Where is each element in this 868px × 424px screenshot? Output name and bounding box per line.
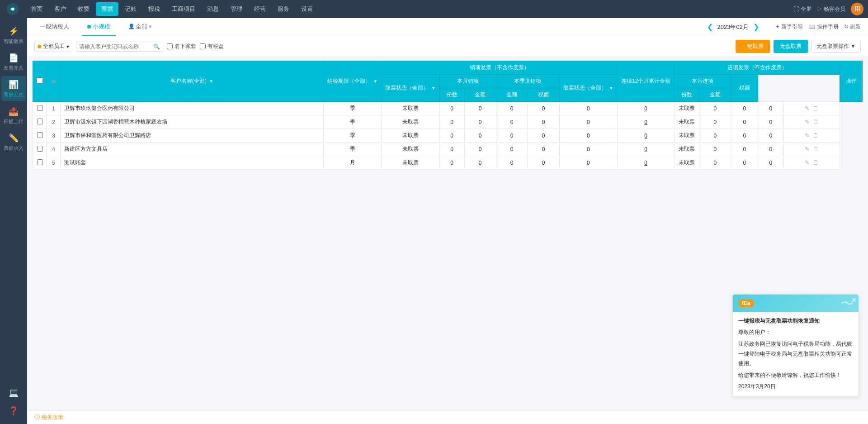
row-customer-name[interactable]: 测试账套 bbox=[61, 156, 324, 170]
row-s12m[interactable]: 0 bbox=[617, 102, 674, 115]
tax-policy-link[interactable]: ⓘ 税务政策 bbox=[34, 414, 63, 421]
sales-status-filter-icon[interactable]: ▼ bbox=[431, 86, 436, 91]
nav-billing[interactable]: 收费 bbox=[72, 2, 95, 16]
refresh-button[interactable]: ↻ 刷新 bbox=[844, 23, 861, 31]
edit-icon[interactable]: ✎ bbox=[805, 105, 810, 112]
nav-invoice[interactable]: 票据 bbox=[96, 2, 118, 16]
row-sm-amount: 0 bbox=[464, 102, 496, 115]
tutorial-link[interactable]: ✦ 新手引导 bbox=[775, 23, 803, 31]
row-customer-name[interactable]: 新建区方方文具店 bbox=[61, 143, 324, 156]
row-im-amount: 0 bbox=[731, 143, 758, 156]
table-row: 5 测试账套 月 未取票 0 0 0 0 0 0 未取票 0 0 0 ✎ 🗒 bbox=[33, 156, 863, 170]
sidebar-item-smart-ticket[interactable]: ⚡ 智能取票 bbox=[1, 23, 26, 48]
customer-filter-icon[interactable]: ▼ bbox=[209, 79, 213, 84]
detail-icon[interactable]: 🗒 bbox=[813, 146, 819, 152]
employee-select[interactable]: 全部员工 ▾ bbox=[34, 41, 72, 52]
row-input-status: 未取票 bbox=[675, 102, 699, 115]
app-logo bbox=[5, 1, 21, 17]
detail-icon[interactable]: 🗒 bbox=[813, 159, 819, 166]
nav-operation[interactable]: 经营 bbox=[249, 2, 271, 16]
one-click-ticket-button[interactable]: 一键取票 bbox=[736, 40, 770, 53]
nav-business[interactable]: 工商项目 bbox=[166, 2, 201, 16]
row-input-status: 未取票 bbox=[675, 156, 699, 170]
header-right-actions: ✦ 新手引导 📖 操作手册 ↻ 刷新 bbox=[775, 23, 861, 31]
row-s12m[interactable]: 0 bbox=[617, 115, 674, 129]
row-sq-tax: 0 bbox=[559, 143, 617, 156]
search-icon[interactable]: 🔍 bbox=[153, 43, 160, 50]
detail-icon[interactable]: 🗒 bbox=[813, 119, 819, 125]
row-period: 季 bbox=[324, 143, 382, 156]
th-sq-amount: 金额 bbox=[496, 88, 528, 102]
row-s12m[interactable]: 0 bbox=[617, 156, 674, 170]
sidebar-item-help[interactable]: ❓ bbox=[1, 402, 26, 419]
filter-has-tax-disk-checkbox[interactable] bbox=[200, 43, 206, 49]
nav-customer[interactable]: 客户 bbox=[49, 2, 71, 16]
row-s12m[interactable]: 0 bbox=[617, 129, 674, 143]
member-button[interactable]: ▷ 畅客会员 bbox=[817, 5, 845, 13]
edit-icon[interactable]: ✎ bbox=[805, 146, 810, 152]
sidebar-item-ticket-entry[interactable]: ✏️ 票据录入 bbox=[1, 129, 26, 154]
tab-general-taxpayer[interactable]: 一般纳税人 bbox=[34, 18, 75, 36]
next-month-button[interactable]: ❯ bbox=[753, 23, 759, 31]
row-checkbox[interactable] bbox=[33, 156, 47, 170]
nav-accounting[interactable]: 记账 bbox=[119, 2, 142, 16]
row-input-status: 未取票 bbox=[675, 143, 699, 156]
filter-my-accounts[interactable]: 名下账套 bbox=[167, 43, 196, 50]
filter-my-accounts-checkbox[interactable] bbox=[167, 43, 173, 49]
nav-tax[interactable]: 报税 bbox=[143, 2, 165, 16]
prev-month-button[interactable]: ❮ bbox=[707, 23, 713, 31]
row-im-amount: 0 bbox=[731, 115, 758, 129]
row-checkbox[interactable] bbox=[33, 143, 47, 156]
nav-manage[interactable]: 管理 bbox=[225, 2, 248, 16]
tab-small-scale[interactable]: 小规模 bbox=[82, 18, 116, 36]
row-im-tax: 0 bbox=[758, 143, 783, 156]
period-filter-icon[interactable]: ▼ bbox=[373, 79, 378, 84]
fullscreen-button[interactable]: ⛶ 全屏 bbox=[793, 5, 811, 13]
input-status-filter-icon[interactable]: ▼ bbox=[609, 86, 613, 91]
row-number: 2 bbox=[47, 115, 61, 129]
filter-has-tax-disk[interactable]: 有税盘 bbox=[200, 43, 224, 50]
row-customer-name[interactable]: 卫辉市玖玖健合医药有限公司 bbox=[61, 102, 324, 115]
scan-icon: 📤 bbox=[9, 106, 19, 116]
tab-all-able[interactable]: 👤 全能 ▾ bbox=[123, 18, 157, 36]
sidebar-item-download[interactable]: 💻 bbox=[1, 384, 26, 400]
row-customer-name[interactable]: 卫辉市保和堂医药有限公司卫辉路店 bbox=[61, 129, 324, 143]
edit-icon[interactable]: ✎ bbox=[805, 132, 810, 139]
th-sm-count: 份数 bbox=[439, 88, 464, 102]
search-input[interactable] bbox=[79, 43, 151, 50]
edit-icon[interactable]: ✎ bbox=[805, 119, 810, 125]
sidebar: ⚡ 智能取票 📄 发票开具 📊 票据汇总 📤 扫描上传 ✏️ 票据录入 💻 ❓ bbox=[0, 18, 27, 424]
edit-icon[interactable]: ✎ bbox=[805, 159, 810, 166]
th-input-tax: 税额 bbox=[731, 75, 758, 102]
manual-link[interactable]: 📖 操作手册 bbox=[808, 23, 838, 31]
table-row: 3 卫辉市保和堂医药有限公司卫辉路店 季 未取票 0 0 0 0 0 0 未取票… bbox=[33, 129, 863, 143]
active-tab-dot bbox=[87, 25, 91, 29]
row-checkbox[interactable] bbox=[33, 102, 47, 115]
sidebar-item-ticket-summary[interactable]: 📊 票据汇总 bbox=[1, 76, 26, 101]
detail-icon[interactable]: 🗒 bbox=[813, 105, 819, 112]
no-disk-ticket-button[interactable]: 无盘取票 bbox=[774, 40, 808, 53]
row-sm-tax: 0 bbox=[496, 129, 528, 143]
sidebar-label-entry: 票据录入 bbox=[4, 145, 24, 152]
row-checkbox[interactable] bbox=[33, 129, 47, 143]
th-sales-quarter: 本季度销项 bbox=[496, 75, 559, 88]
detail-icon[interactable]: 🗒 bbox=[813, 132, 819, 139]
row-customer-name[interactable]: 卫辉市汲水镇下园湖香榴营木种植家庭农场 bbox=[61, 115, 324, 129]
row-im-count: 0 bbox=[699, 143, 731, 156]
select-all-checkbox[interactable] bbox=[37, 77, 43, 84]
sidebar-item-scan-upload[interactable]: 📤 扫描上传 bbox=[1, 103, 26, 128]
table-settings-icon[interactable]: ⚙ bbox=[51, 78, 56, 85]
nav-settings[interactable]: 设置 bbox=[296, 2, 318, 16]
toolbar-right: 一键取票 无盘取票 无盘取票操作 ▼ bbox=[736, 40, 861, 53]
sidebar-item-invoice-open[interactable]: 📄 发票开具 bbox=[1, 49, 26, 74]
nav-message[interactable]: 消息 bbox=[202, 2, 224, 16]
nav-service[interactable]: 服务 bbox=[272, 2, 295, 16]
row-period: 季 bbox=[324, 129, 382, 143]
nav-home[interactable]: 首页 bbox=[25, 2, 48, 16]
row-checkbox[interactable] bbox=[33, 115, 47, 129]
user-avatar[interactable]: 用 bbox=[851, 3, 863, 15]
no-disk-ops-button[interactable]: 无盘取票操作 ▼ bbox=[811, 40, 861, 53]
row-sq-amount: 0 bbox=[528, 156, 559, 170]
notification-content: 江苏政务网已恢复访问电子税务局功能，易代账一键登陆电子税务局与无盘取票相关功能可… bbox=[738, 339, 853, 369]
row-s12m[interactable]: 0 bbox=[617, 143, 674, 156]
